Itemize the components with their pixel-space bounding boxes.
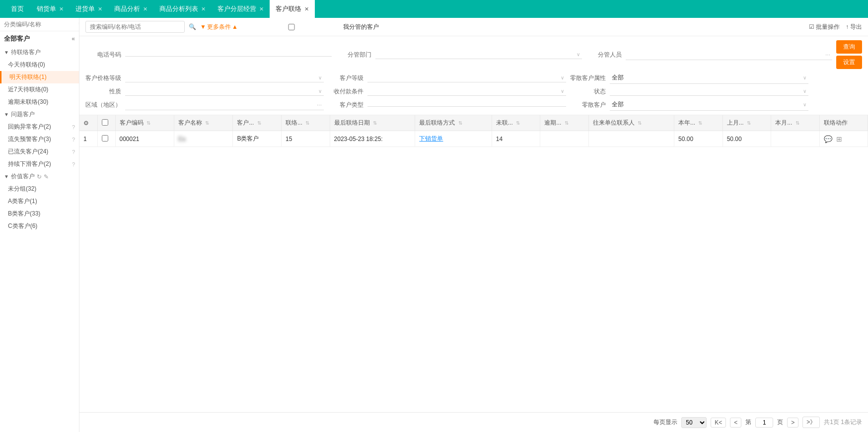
per-page-select[interactable]: 50 100 200 <box>681 417 707 428</box>
top-nav: 首页 销货单 ✕ 进货单 ✕ 商品分析 ✕ 商品分析列表 ✕ 客户分层经营 ✕ … <box>0 0 868 18</box>
select-all-checkbox[interactable] <box>102 119 108 126</box>
sort-icon[interactable]: ⇅ <box>565 120 569 126</box>
sidebar-group-pending: ▼ 待联络客户 <box>0 46 79 59</box>
col-last-contact-method: 最后联络方式 ⇅ <box>415 115 492 131</box>
close-icon[interactable]: ✕ <box>59 6 64 12</box>
col-overdue: 逾期... ⇅ <box>540 115 589 131</box>
help-icon[interactable]: ? <box>72 161 75 167</box>
close-icon[interactable]: ✕ <box>304 6 309 12</box>
sidebar-item-churned[interactable]: 已流失客户(24) ? <box>0 145 79 158</box>
prev-page-button[interactable]: < <box>730 418 741 428</box>
sidebar-item-class-b[interactable]: B类客户(33) <box>0 208 79 220</box>
row-name: Ea <box>174 131 232 147</box>
grid-icon[interactable]: ⊞ <box>836 135 842 143</box>
filter-bar: 🔍 ▼ 更多条件 ▲ 我分管的客户 ☑ 批量操作 ↑ 导出 <box>79 18 868 36</box>
col-settings[interactable]: ⚙ <box>79 115 97 131</box>
sort-icon[interactable]: ⇅ <box>305 120 309 126</box>
sort-icon[interactable]: ⇅ <box>458 120 462 126</box>
adv-filter-row-2: 客户价格等级 ∨ 客户等级 ∨ 零散客户属性 全部 ∨ <box>85 72 862 84</box>
sort-icon[interactable]: ⇅ <box>796 120 799 126</box>
sidebar-item-class-a[interactable]: A类客户(1) <box>0 195 79 208</box>
row-type: B类客户 <box>233 131 282 147</box>
sort-icon[interactable]: ⇅ <box>747 120 751 126</box>
nav-item-customer-tier[interactable]: 客户分层经营 ✕ <box>212 0 270 18</box>
customer-type-input[interactable] <box>367 103 566 107</box>
query-button[interactable]: 查询 <box>836 40 862 54</box>
gender-input[interactable]: ∨ <box>125 87 324 96</box>
close-icon[interactable]: ✕ <box>98 6 102 12</box>
price-level-input[interactable]: ∨ <box>125 73 324 82</box>
col-last-contact-date: 最后联络日期 ⇅ <box>330 115 415 131</box>
help-icon[interactable]: ? <box>72 124 75 130</box>
retail-customer-input[interactable]: 全部 ∨ <box>610 99 808 111</box>
retail-attr-input[interactable]: 全部 ∨ <box>610 72 808 84</box>
sidebar-item-tomorrow-pending[interactable]: 明天待联络(1) <box>0 71 79 83</box>
nav-item-product-analysis[interactable]: 商品分析 ✕ <box>108 0 153 18</box>
sort-icon[interactable]: ⇅ <box>257 120 261 126</box>
sort-icon[interactable]: ⇅ <box>698 120 702 126</box>
last-method-link[interactable]: 下销货单 <box>419 135 443 142</box>
help-icon[interactable]: ? <box>72 149 75 155</box>
manager-input[interactable]: ··· <box>626 50 832 60</box>
my-customers-checkbox-label[interactable]: 我分管的客户 <box>242 23 379 31</box>
nav-item-salesperson[interactable]: 销货单 ✕ <box>31 0 70 18</box>
row-checkbox[interactable] <box>97 131 115 147</box>
sidebar-item-class-c[interactable]: C类客户(6) <box>0 220 79 232</box>
export-button[interactable]: ↑ 导出 <box>846 23 862 31</box>
my-customers-checkbox[interactable] <box>242 24 341 30</box>
row-last-method[interactable]: 下销货单 <box>415 131 492 147</box>
region-input[interactable]: ··· <box>125 100 324 110</box>
sidebar-item-repurchase-abnormal[interactable]: 回购异常客户(2) ? <box>0 121 79 133</box>
first-page-button[interactable]: K< <box>711 418 726 428</box>
sidebar-item-overdue-pending[interactable]: 逾期未联络(30) <box>0 96 79 108</box>
help-icon[interactable]: ? <box>72 137 75 143</box>
status-input[interactable]: ∨ <box>610 87 808 96</box>
chevron-down-icon: ∨ <box>803 88 806 94</box>
close-icon[interactable]: ✕ <box>201 6 206 12</box>
batch-op-button[interactable]: ☑ 批量操作 <box>809 23 840 31</box>
arrow-icon: ▼ <box>4 50 9 55</box>
sort-icon[interactable]: ⇅ <box>146 120 150 126</box>
col-checkbox[interactable] <box>97 115 115 131</box>
next-page-button[interactable]: > <box>787 418 798 428</box>
sidebar-search-input[interactable] <box>4 21 78 28</box>
page-number-input[interactable] <box>755 418 773 428</box>
sidebar-item-churn-warning[interactable]: 流失预警客户(3) ? <box>0 133 79 145</box>
sidebar-item-today-pending[interactable]: 今天待联络(0) <box>0 59 79 71</box>
last-page-button[interactable]: >》 <box>802 417 820 428</box>
payment-input[interactable]: ∨ <box>367 87 566 96</box>
table-row: 1 000021 Ea B类客户 15 2023-05-23 18:25: 下销… <box>79 131 868 147</box>
sidebar-all-customers[interactable]: 全部客户 « <box>0 31 79 46</box>
settings-button[interactable]: 设置 <box>836 56 862 69</box>
close-icon[interactable]: ✕ <box>259 6 264 12</box>
sidebar-item-ungrouped[interactable]: 未分组(32) <box>0 183 79 195</box>
col-uncontacted: 未联... ⇅ <box>492 115 540 131</box>
checkbox-icon: ☑ <box>809 23 814 30</box>
nav-item-customer-contact[interactable]: 客户联络 ✕ <box>270 0 315 18</box>
nav-item-purchase[interactable]: 进货单 ✕ <box>70 0 108 18</box>
adv-filter-row-4: 区域（地区） ··· 客户类型 零散客户 全部 ∨ <box>85 99 862 111</box>
comment-icon[interactable]: 💬 <box>824 135 832 143</box>
phone-input[interactable] <box>125 53 332 57</box>
more-conditions-button[interactable]: ▼ 更多条件 ▲ <box>200 23 238 31</box>
row-select-checkbox[interactable] <box>102 135 108 142</box>
value-refresh-icon[interactable]: ↻ <box>37 173 42 180</box>
close-icon[interactable]: ✕ <box>143 6 147 12</box>
sidebar-item-declining[interactable]: 持续下滑客户(2) ? <box>0 158 79 170</box>
sidebar-group-problem: ▼ 问题客户 <box>0 108 79 121</box>
nav-home[interactable]: 首页 <box>4 0 31 18</box>
sort-icon[interactable]: ⇅ <box>205 120 209 126</box>
row-overdue <box>540 131 589 147</box>
search-input[interactable] <box>85 21 185 33</box>
sort-icon[interactable]: ⇅ <box>638 120 642 126</box>
sort-icon[interactable]: ⇅ <box>373 120 377 126</box>
row-uncontacted: 14 <box>492 131 540 147</box>
dept-input[interactable]: ∨ <box>375 50 582 59</box>
search-button[interactable]: 🔍 <box>189 23 196 30</box>
sort-icon[interactable]: ⇅ <box>516 120 520 126</box>
value-edit-icon[interactable]: ✎ <box>44 173 49 180</box>
sidebar-item-7days-pending[interactable]: 近7天待联络(0) <box>0 83 79 96</box>
nav-item-product-list[interactable]: 商品分析列表 ✕ <box>153 0 212 18</box>
row-index: 1 <box>79 131 97 147</box>
customer-level-input[interactable]: ∨ <box>367 73 566 82</box>
